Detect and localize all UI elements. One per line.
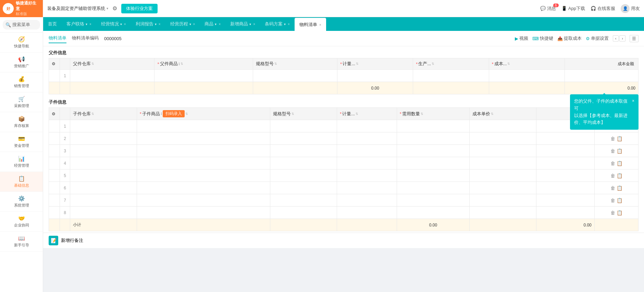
parent-product-cell[interactable]: [154, 70, 253, 82]
child-qty-cell[interactable]: [397, 157, 469, 170]
sort-icon[interactable]: ⇅: [491, 112, 494, 116]
child-unit-cost-cell[interactable]: [469, 132, 536, 145]
child-unit-cell[interactable]: [337, 120, 397, 132]
delete-icon[interactable]: 🗑: [610, 136, 615, 141]
child-spec-cell[interactable]: [270, 207, 337, 219]
close-icon[interactable]: ×: [319, 23, 321, 27]
child-unit-cell[interactable]: [337, 207, 397, 219]
user-menu[interactable]: 👤 用友: [621, 4, 640, 13]
child-unit-cost-cell[interactable]: [469, 194, 536, 207]
child-product-cell[interactable]: [137, 207, 270, 219]
sort-icon[interactable]: ⇅: [421, 112, 423, 116]
child-warehouse-cell[interactable]: [70, 207, 137, 219]
child-col-unit-cost[interactable]: 成本单价 ⇅: [469, 108, 536, 120]
child-spec-cell[interactable]: [270, 132, 337, 145]
sort-icon[interactable]: ⇅: [274, 62, 277, 66]
copy-icon[interactable]: 📋: [617, 210, 622, 215]
tab-bom[interactable]: 物料清单 ×: [295, 18, 326, 31]
tab-history[interactable]: 经营历程 ▾ ×: [165, 17, 200, 31]
child-col-spec[interactable]: 规格型号 ⇅: [270, 108, 337, 120]
child-product-cell[interactable]: [137, 120, 270, 132]
parent-col-warehouse[interactable]: 父件仓库 ⇅: [70, 58, 154, 70]
child-qty-cell[interactable]: [397, 120, 469, 132]
child-warehouse-cell[interactable]: [70, 157, 137, 170]
delete-icon[interactable]: 🗑: [610, 148, 615, 154]
sidebar-item-finance[interactable]: 💳 资金管理: [0, 132, 43, 152]
parent-col-unit[interactable]: * 计量... ⇅: [337, 58, 413, 70]
copy-icon[interactable]: 📋: [617, 148, 622, 154]
scan-button[interactable]: 扫码录入: [163, 110, 185, 117]
parent-spec-cell[interactable]: [253, 70, 337, 82]
parent-col-production[interactable]: * 生产... ⇅: [413, 58, 489, 70]
delete-icon[interactable]: 🗑: [610, 185, 615, 191]
sort-icon[interactable]: ⇅: [356, 62, 359, 66]
tab-barcode[interactable]: 条码方案 ▾ ×: [260, 17, 295, 31]
child-unit-cost-cell[interactable]: [469, 145, 536, 157]
settings-icon[interactable]: ⚙: [112, 5, 117, 12]
add-row-button[interactable]: 📝: [49, 236, 58, 245]
sort-icon[interactable]: ⇅: [507, 62, 510, 66]
sort-icon[interactable]: ⇅: [292, 112, 294, 116]
close-icon[interactable]: ×: [288, 22, 290, 26]
child-unit-cell[interactable]: [337, 170, 397, 182]
video-button[interactable]: ▶ 视频: [515, 35, 528, 42]
child-qty-cell[interactable]: [397, 145, 469, 157]
copy-icon[interactable]: 📋: [617, 136, 622, 141]
child-qty-cell[interactable]: [397, 182, 469, 194]
system-title-select[interactable]: 装备及固定资产辅助管理系统 ▾: [47, 5, 108, 12]
delete-icon[interactable]: 🗑: [610, 210, 615, 215]
child-qty-cell[interactable]: [397, 194, 469, 207]
child-qty-cell[interactable]: [397, 207, 469, 219]
search-button[interactable]: 🔍 搜索菜单: [3, 20, 40, 30]
child-col-unit[interactable]: * 计量... ⇅: [337, 108, 397, 120]
tooltip-close-button[interactable]: ×: [632, 98, 634, 104]
close-icon[interactable]: ×: [124, 22, 126, 26]
prev-record-button[interactable]: ‹: [613, 35, 619, 42]
parent-col-cost[interactable]: * 成本... ⇅: [489, 58, 565, 70]
child-spec-cell[interactable]: [270, 157, 337, 170]
child-product-cell[interactable]: [137, 170, 270, 182]
delete-icon[interactable]: 🗑: [610, 173, 615, 178]
parent-col-spec[interactable]: 规格型号 ⇅: [253, 58, 337, 70]
child-warehouse-cell[interactable]: [70, 132, 137, 145]
close-icon[interactable]: ×: [193, 22, 195, 26]
child-col-settings[interactable]: ⚙: [49, 108, 60, 120]
message-button[interactable]: 💬 消息 6: [540, 5, 556, 12]
copy-icon[interactable]: 📋: [617, 185, 622, 191]
tab-operation-status[interactable]: 经营情况 ▾ ×: [96, 17, 131, 31]
doc-settings-button[interactable]: ⚙ 单据设置: [586, 35, 609, 42]
sort-icon[interactable]: ⇅: [91, 112, 94, 116]
online-service-button[interactable]: 🎧 在线客服: [591, 5, 615, 12]
child-product-cell[interactable]: [137, 194, 270, 207]
child-unit-cost-cell[interactable]: [469, 157, 536, 170]
child-spec-cell[interactable]: [270, 145, 337, 157]
sidebar-search[interactable]: 🔍 搜索菜单: [0, 17, 43, 33]
delete-icon[interactable]: 🗑: [610, 198, 615, 203]
child-unit-cell[interactable]: [337, 157, 397, 170]
child-qty-cell[interactable]: [397, 132, 469, 145]
sidebar-item-enterprise[interactable]: 🤝 企业协同: [0, 212, 43, 232]
sub-tab-code[interactable]: 物料清单编码: [72, 34, 99, 43]
extract-cost-button[interactable]: 📤 提取成本: [557, 35, 582, 42]
child-col-warehouse[interactable]: 子件仓库 ⇅: [70, 108, 137, 120]
child-product-cell[interactable]: [137, 182, 270, 194]
sidebar-item-marketing[interactable]: 📢 营销推广: [0, 52, 43, 72]
copy-icon[interactable]: 📋: [617, 198, 622, 203]
child-unit-cell[interactable]: [337, 132, 397, 145]
sidebar-item-sales[interactable]: 💰 销售管理: [0, 72, 43, 92]
parent-cost-cell[interactable]: [489, 70, 565, 82]
close-icon[interactable]: ×: [219, 22, 221, 26]
child-product-cell[interactable]: [137, 145, 270, 157]
child-spec-cell[interactable]: [270, 170, 337, 182]
child-unit-cost-cell[interactable]: [469, 207, 536, 219]
parent-warehouse-cell[interactable]: [70, 70, 154, 82]
sort-icon[interactable]: ⇅: [356, 112, 358, 116]
close-icon[interactable]: ×: [159, 22, 161, 26]
next-record-button[interactable]: ›: [619, 35, 626, 42]
shortcut-button[interactable]: ⌨ 快捷键: [532, 35, 553, 42]
tab-customer[interactable]: 客户联络 ▾ ×: [62, 17, 96, 31]
child-warehouse-cell[interactable]: [70, 120, 137, 132]
sidebar-item-operation[interactable]: 📊 经营管理: [0, 152, 43, 172]
close-icon[interactable]: ×: [253, 22, 255, 26]
tab-profit[interactable]: 利润报告 ▾ ×: [131, 17, 165, 31]
